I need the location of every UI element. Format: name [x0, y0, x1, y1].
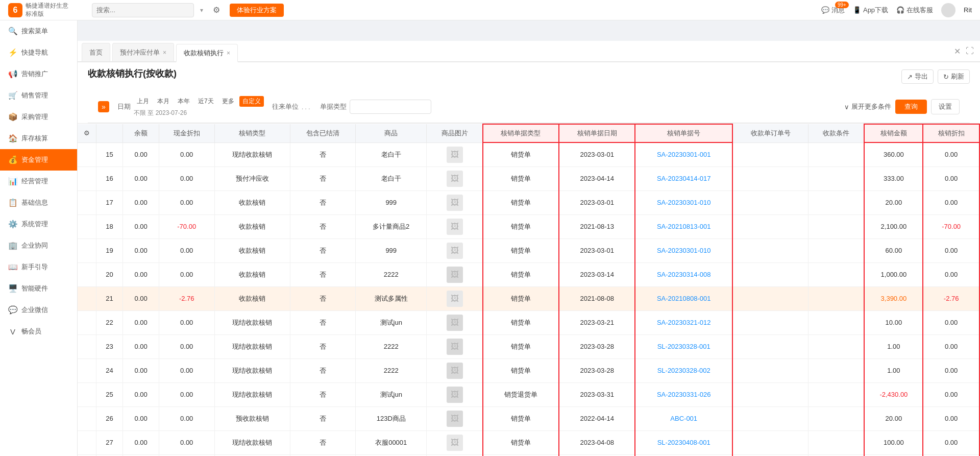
tab-collection-close[interactable]: ×: [227, 50, 230, 57]
expand-window-icon[interactable]: ⛶: [966, 46, 974, 56]
writeoff-bill-link[interactable]: SA-20210808-001: [657, 295, 711, 302]
cell-writeoff-type: 现结收款核销: [214, 430, 290, 454]
cell-writeoff-type: 收款核销: [214, 238, 290, 262]
writeoff-bill-link[interactable]: SA-20230301-010: [657, 199, 711, 206]
writeoff-bill-link[interactable]: SA-20230301-001: [657, 151, 711, 158]
export-button[interactable]: ↗ 导出: [901, 69, 934, 84]
sidebar-item-finance[interactable]: 💰 资金管理: [0, 149, 77, 171]
writeoff-bill-link[interactable]: ABC-001: [670, 415, 697, 422]
query-button[interactable]: 查询: [895, 100, 927, 114]
date-btn-last-month[interactable]: 上月: [134, 96, 152, 107]
cell-receipt-order-no: [732, 310, 808, 334]
tab-prepay[interactable]: 预付冲应付单 ×: [112, 43, 174, 61]
sidebar-item-enterprise[interactable]: 🏢 企业协同: [0, 235, 77, 256]
cell-writeoff-date: 2023-03-31: [559, 382, 635, 406]
sidebar-item-wechat[interactable]: 💬 企业微信: [0, 299, 77, 321]
sidebar-item-label: 库存核算: [21, 134, 48, 143]
dropdown-arrow-icon[interactable]: ▾: [200, 7, 203, 14]
online-service-button[interactable]: 🎧 在线客服: [896, 6, 933, 15]
solution-button[interactable]: 体验行业方案: [230, 4, 284, 17]
sidebar-item-sales[interactable]: 🛒 销售管理: [0, 85, 77, 106]
sidebar-item-vip[interactable]: V 畅会员: [0, 321, 77, 342]
sidebar-item-inventory[interactable]: 🏠 库存核算: [0, 128, 77, 149]
filter-expand-button[interactable]: »: [98, 101, 109, 112]
cell-settings: [78, 142, 96, 166]
sidebar-item-system[interactable]: ⚙️ 系统管理: [0, 213, 77, 235]
sidebar-item-operations[interactable]: 📊 经营管理: [0, 171, 77, 192]
cell-receipt-order-no: [732, 190, 808, 214]
cell-writeoff-type: 收款核销: [214, 286, 290, 310]
sidebar-item-quick-nav[interactable]: ⚡ 快捷导航: [0, 42, 77, 63]
cell-include-settled: 否: [290, 406, 355, 430]
writeoff-bill-link[interactable]: SL-20230328-001: [657, 343, 710, 350]
filter-settings-button[interactable]: 设置: [931, 99, 960, 114]
writeoff-bill-link[interactable]: SL-20230408-001: [657, 439, 710, 446]
cell-balance: 0.00: [123, 358, 159, 382]
gear-icon[interactable]: ⚙: [209, 3, 224, 17]
tab-home[interactable]: 首页: [82, 43, 110, 61]
expand-conditions-button[interactable]: ∨ 展开更多条件: [844, 102, 891, 111]
date-btn-this-year[interactable]: 本年: [175, 96, 193, 107]
date-btn-more[interactable]: 更多: [219, 96, 237, 107]
app-download-button[interactable]: 📱 App下载: [853, 6, 888, 15]
sidebar-item-marketing[interactable]: 📢 营销推广: [0, 63, 77, 85]
col-settings[interactable]: ⚙: [78, 124, 96, 142]
cell-row-num: 16: [96, 166, 123, 190]
cell-writeoff-bill-no: SL-20230408-001: [635, 430, 732, 454]
writeoff-bill-link[interactable]: SA-20230331-026: [657, 391, 711, 398]
app-icon: 📱: [853, 6, 861, 14]
cell-writeoff-type: 现结收款核销: [214, 382, 290, 406]
date-btn-this-month[interactable]: 本月: [154, 96, 173, 107]
cell-writeoff-amount: 20.00: [864, 190, 923, 214]
sidebar-item-search-menu[interactable]: 🔍 搜索菜单: [0, 20, 77, 42]
avatar[interactable]: [941, 3, 955, 17]
writeoff-bill-link[interactable]: SA-20230301-010: [657, 247, 711, 254]
cell-writeoff-amount: 60.00: [864, 238, 923, 262]
cell-product: 老白干: [356, 166, 427, 190]
writeoff-bill-link[interactable]: SL-20230328-002: [657, 367, 710, 374]
cell-receipt-order-no: [732, 358, 808, 382]
sidebar-item-purchase[interactable]: 📦 采购管理: [0, 106, 77, 128]
cell-product-image: 🖼: [427, 214, 483, 238]
date-btn-custom[interactable]: 自定义: [239, 96, 264, 107]
sidebar-item-guide[interactable]: 📖 新手引导: [0, 256, 77, 278]
cell-receipt-condition: [808, 406, 865, 430]
cell-writeoff-type: 预付冲应收: [214, 166, 290, 190]
writeoff-bill-link[interactable]: SA-20230414-017: [657, 175, 711, 182]
cell-settings: [78, 166, 96, 190]
sidebar-item-basic-info[interactable]: 📋 基础信息: [0, 192, 77, 213]
cell-include-settled: 否: [290, 358, 355, 382]
col-balance: 余额: [123, 124, 159, 142]
cell-cash-discount: 0.00: [159, 142, 214, 166]
cell-writeoff-date: 2023-04-08: [559, 430, 635, 454]
cell-settings: [78, 262, 96, 286]
enterprise-icon: 🏢: [8, 241, 17, 250]
product-image: 🖼: [447, 387, 463, 403]
refresh-button[interactable]: ↻ 刷新: [938, 69, 970, 84]
cell-balance: 0.00: [123, 382, 159, 406]
search-input[interactable]: [92, 3, 194, 17]
counterparty-dots: ...: [302, 103, 312, 111]
tab-prepay-close[interactable]: ×: [163, 49, 166, 56]
writeoff-bill-link[interactable]: SA-20230321-012: [657, 319, 711, 326]
col-writeoff-bill-no: 核销单据号: [635, 124, 732, 142]
col-writeoff-amount: 核销金额: [864, 124, 923, 142]
message-button[interactable]: 💬 消息 99+: [821, 6, 845, 15]
inventory-icon: 🏠: [8, 134, 17, 143]
close-window-icon[interactable]: ✕: [954, 46, 961, 56]
tab-collection[interactable]: 收款核销执行 ×: [176, 44, 238, 62]
cell-product: 123D商品: [356, 406, 427, 430]
cell-writeoff-date: 2023-03-21: [559, 310, 635, 334]
product-image: 🖼: [447, 315, 463, 331]
cell-receipt-condition: [808, 382, 865, 406]
table-row: 19 0.00 0.00 收款核销 否 999 🖼 销货单 2023-03-01…: [78, 238, 979, 262]
system-icon: ⚙️: [8, 220, 17, 229]
date-btn-7days[interactable]: 近7天: [195, 96, 217, 107]
receipt-type-select[interactable]: [350, 100, 431, 114]
sidebar-item-hardware[interactable]: 🖥️ 智能硬件: [0, 278, 77, 299]
date-label: 日期: [117, 102, 131, 111]
sidebar-item-label: 企业微信: [21, 305, 48, 315]
writeoff-bill-link[interactable]: SA-20210813-001: [657, 223, 711, 230]
writeoff-bill-link[interactable]: SA-20230314-008: [657, 271, 711, 278]
cell-writeoff-bill-no: SA-20210813-001: [635, 214, 732, 238]
